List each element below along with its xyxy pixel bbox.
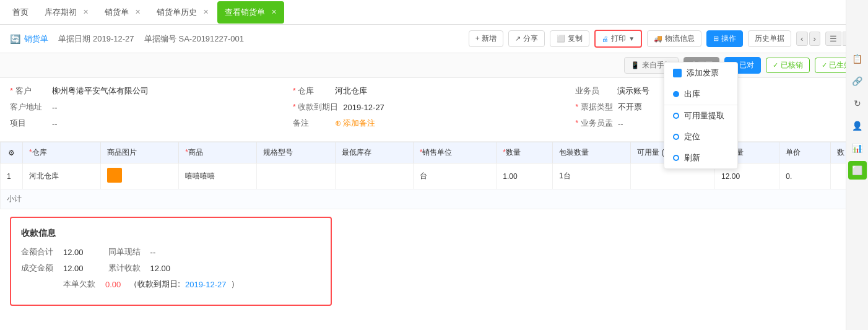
doc-title-section: 🔄 销货单 单据日期 2019-12-27 单据编号 SA-20191227-0… <box>10 33 244 45</box>
menu-refresh[interactable]: 刷新 <box>664 147 737 168</box>
due-label: （收款到期日: <box>129 279 180 290</box>
cancelled-btn[interactable]: ✓ 已核销 <box>766 58 809 73</box>
row-unit: 台 <box>413 163 497 189</box>
row-product: 嘻嘻嘻嘻 <box>179 163 257 189</box>
customer-value: 柳州粤港平安气体有限公司 <box>52 85 149 97</box>
cumulative-label: 累计收款 <box>108 263 145 274</box>
row-no: 1 <box>1 163 23 189</box>
next-btn[interactable]: › <box>809 32 820 46</box>
add-remark-label: 添加备注 <box>343 118 375 128</box>
col-settings[interactable]: ⚙ <box>1 142 23 163</box>
tab-home[interactable]: 首页 <box>5 1 36 24</box>
sidebar-icon-1[interactable]: 📋 <box>848 50 867 68</box>
payment-info: 收款信息 金额合计 12.00 同单现结 -- 成交金额 12.00 累计收款 … <box>10 217 332 306</box>
menu-add-invoice[interactable]: 添加发票 <box>664 63 737 84</box>
operate-btn-label: 操作 <box>721 33 736 44</box>
product-image <box>107 168 122 183</box>
tab-sales[interactable]: 销货单 ✕ <box>97 1 148 24</box>
tab-view-sales-label: 查看销货单 <box>225 7 265 18</box>
warehouse-field: 仓库 河北仓库 <box>293 85 576 97</box>
sidebar-icon-2[interactable]: 🔗 <box>848 72 867 90</box>
col-warehouse: *仓库 <box>23 142 101 163</box>
doc-date-label: 单据日期 <box>58 33 90 45</box>
same-order-value: -- <box>150 248 156 257</box>
prev-btn[interactable]: ‹ <box>796 32 807 46</box>
project-label: 项目 <box>10 118 47 129</box>
tab-sales-history-close[interactable]: ✕ <box>203 8 209 16</box>
address-field: 客户地址 -- <box>10 102 293 113</box>
col-image: 商品图片 <box>101 142 179 163</box>
sidebar-icon-3[interactable]: ↻ <box>848 94 867 113</box>
copy-button[interactable]: ⬜ 复制 <box>550 30 589 47</box>
print-button[interactable]: 🖨 打印 ▼ <box>594 30 642 48</box>
staff2-label: 业务员盂 <box>575 118 613 129</box>
col-unit: *销售单位 <box>413 142 497 163</box>
logistics-button[interactable]: 🚚 物流信息 <box>647 30 701 47</box>
print-btn-label: 打印 <box>611 33 626 44</box>
warehouse-label: 仓库 <box>293 85 330 97</box>
arrears-field: 本单欠款 0.00 （收款到期日: 2019-12-27 ） <box>21 279 239 290</box>
add-remark-btn[interactable]: ⊕ 添加备注 <box>335 118 376 129</box>
tab-inventory[interactable]: 库存期初 ✕ <box>37 1 96 24</box>
menu-locate[interactable]: 定位 <box>664 126 737 147</box>
col-spec: 规格型号 <box>257 142 335 163</box>
doc-header: 🔄 销货单 单据日期 2019-12-27 单据编号 SA-20191227-0… <box>0 25 868 53</box>
sidebar-icon-6[interactable]: ⬜ <box>848 161 867 180</box>
tab-home-label: 首页 <box>12 7 28 18</box>
history-button[interactable]: 历史单据 <box>748 30 791 47</box>
row-min-stock <box>335 163 413 189</box>
amount-total-field: 金额合计 12.00 <box>21 246 84 258</box>
row-spec <box>257 163 335 189</box>
doc-number-value: SA-20191227-001 <box>179 34 245 43</box>
sidebar-icon-4[interactable]: 👤 <box>848 116 867 135</box>
arrears-label: 本单欠款 <box>63 279 100 290</box>
locate-icon <box>673 134 679 140</box>
menu-available-qty[interactable]: 可用量提取 <box>664 105 737 126</box>
sidebar-icon-5[interactable]: 📊 <box>848 139 867 157</box>
logistics-btn-label: 物流信息 <box>665 33 695 44</box>
staff2-value: -- <box>618 119 623 128</box>
tab-sales-close[interactable]: ✕ <box>135 8 141 16</box>
amount-total-label: 金额合计 <box>21 246 58 258</box>
share-button[interactable]: ↗ 分享 <box>508 30 545 47</box>
add-invoice-label: 添加发票 <box>687 67 719 79</box>
address-value: -- <box>52 103 58 112</box>
locate-label: 定位 <box>684 131 700 142</box>
right-sidebar: 📋 🔗 ↻ 👤 📊 ⬜ <box>846 0 868 330</box>
tab-view-sales[interactable]: 查看销货单 ✕ <box>217 1 284 24</box>
outbound-icon <box>673 91 679 97</box>
row-price: 0. <box>779 163 830 189</box>
operate-button[interactable]: ⊞ 操作 <box>706 30 743 47</box>
staff-label: 业务员 <box>575 85 612 97</box>
row-pack: 1台 <box>553 163 631 189</box>
row-qty: 1.00 <box>497 163 553 189</box>
amount-total-value: 12.00 <box>63 248 84 257</box>
payment-row-1: 金额合计 12.00 同单现结 -- <box>21 246 321 258</box>
add-invoice-icon <box>673 69 682 77</box>
arrears-value: 0.00 <box>105 280 121 289</box>
col-qty: *数量 <box>497 142 553 163</box>
payment-row-3: 本单欠款 0.00 （收款到期日: 2019-12-27 ） <box>21 279 321 290</box>
subtotal-label: 小计 <box>7 194 22 203</box>
warehouse-value: 河北仓库 <box>335 85 367 97</box>
doc-type-label: 销货单 <box>24 33 48 45</box>
doc-actions: + 新增 ↗ 分享 ⬜ 复制 🖨 打印 ▼ 🚚 物流信息 ⊞ 操作 <box>469 30 858 48</box>
row-warehouse: 河北仓库 <box>23 163 101 189</box>
doc-date-item: 单据日期 2019-12-27 <box>58 33 134 45</box>
tab-view-sales-close[interactable]: ✕ <box>271 8 277 16</box>
tab-inventory-close[interactable]: ✕ <box>83 8 89 16</box>
due-date: 2019-12-27 <box>185 280 227 289</box>
project-field: 项目 -- <box>10 118 293 129</box>
menu-outbound[interactable]: 出库 <box>664 84 737 105</box>
doc-title: 🔄 销货单 <box>10 33 48 45</box>
customer-field: 客户 柳州粤港平安气体有限公司 <box>10 85 293 97</box>
check-label: 已对 <box>739 60 754 71</box>
copy-btn-label: 复制 <box>568 33 583 44</box>
project-value: -- <box>52 119 58 128</box>
new-button[interactable]: + 新增 <box>469 30 503 47</box>
doc-number-label: 单据编号 <box>144 33 176 45</box>
col-min-stock: 最低库存 <box>335 142 413 163</box>
staff-value: 演示账号 <box>617 85 649 97</box>
list-view-btn[interactable]: ☰ <box>825 32 841 46</box>
tab-sales-history[interactable]: 销货单历史 ✕ <box>149 1 216 24</box>
